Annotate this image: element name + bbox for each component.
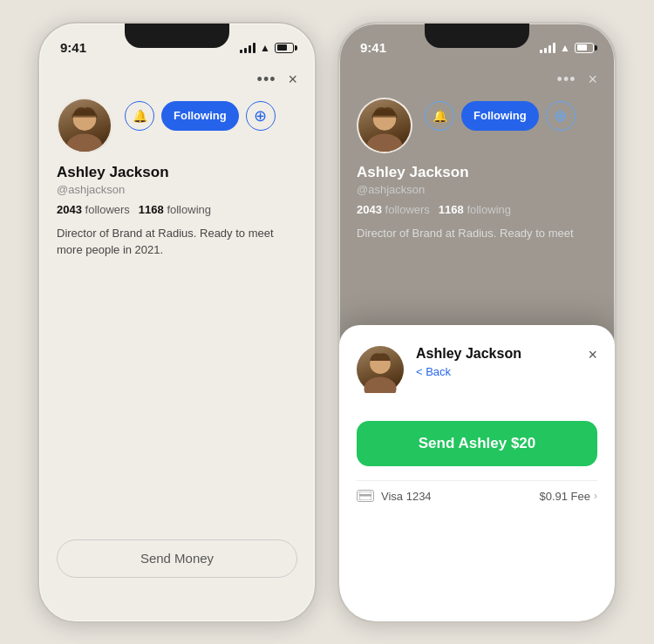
stats-row-1: 2043 followers 1168 following xyxy=(57,203,297,216)
signal-icon-2 xyxy=(540,43,555,53)
sheet-close-button[interactable]: × xyxy=(588,346,597,364)
status-icons-2: ▲ xyxy=(540,42,594,54)
profile-bio-2: Director of Brand at Radius. Ready to me… xyxy=(357,225,597,242)
phone-1: 9:41 ▲ ••• × xyxy=(37,22,317,623)
avatar-svg-1 xyxy=(58,98,111,153)
top-bar-2: ••• × xyxy=(357,71,597,89)
card-icon xyxy=(357,490,374,502)
wifi-icon-2: ▲ xyxy=(560,42,570,54)
phone-2-frame: 9:41 ▲ ••• × xyxy=(337,22,617,623)
sheet-avatar xyxy=(357,346,404,393)
status-time-2: 9:41 xyxy=(360,40,386,55)
send-money-button-1[interactable]: Send Money xyxy=(57,539,297,578)
notch-1 xyxy=(125,24,229,48)
fee-label: $0.91 Fee xyxy=(539,490,590,503)
top-bar-1: ••• × xyxy=(57,71,297,89)
avatar-1 xyxy=(57,98,112,153)
profile-handle-1: @ashjackson xyxy=(57,183,297,196)
action-buttons-2: 🔔 Following ⊕ xyxy=(425,101,576,131)
payment-sheet: Ashley Jackson < Back × Send Ashley $20 … xyxy=(339,325,615,621)
battery-icon-1 xyxy=(275,43,294,53)
more-options-icon-1[interactable]: ••• xyxy=(257,71,276,89)
notch-2 xyxy=(425,24,529,48)
following-button-2[interactable]: Following xyxy=(461,101,539,131)
avatar-action-row-2: 🔔 Following ⊕ xyxy=(357,98,597,153)
stats-row-2: 2043 followers 1168 following xyxy=(357,203,597,216)
profile-content-2: ••• × 🔔 xyxy=(339,62,615,251)
signal-icon-1 xyxy=(240,43,255,53)
bell-button-2[interactable]: 🔔 xyxy=(425,101,454,131)
profile-content-1: ••• × xyxy=(39,62,315,281)
profile-bio-1: Director of Brand at Radius. Ready to me… xyxy=(57,225,297,259)
back-button[interactable]: < Back xyxy=(416,365,588,378)
avatar-svg-2 xyxy=(358,98,411,153)
status-icons-1: ▲ xyxy=(240,42,294,54)
payment-card-info: Visa 1234 xyxy=(357,490,432,503)
action-buttons-1: 🔔 Following ⊕ xyxy=(125,101,276,131)
profile-handle-2: @ashjackson xyxy=(357,183,597,196)
sheet-name: Ashley Jackson xyxy=(416,346,588,362)
status-time-1: 9:41 xyxy=(60,40,86,55)
wifi-icon-1: ▲ xyxy=(260,42,270,54)
card-label: Visa 1234 xyxy=(381,490,432,503)
following-button-1[interactable]: Following xyxy=(161,101,239,131)
sheet-user-info: Ashley Jackson < Back xyxy=(416,346,588,378)
more-options-icon-2[interactable]: ••• xyxy=(557,71,576,89)
avatar-action-row-1: 🔔 Following ⊕ xyxy=(57,98,297,153)
close-button-1[interactable]: × xyxy=(288,71,297,87)
send-money-sheet-button[interactable]: Send Ashley $20 xyxy=(357,421,597,466)
add-button-1[interactable]: ⊕ xyxy=(246,101,276,131)
add-button-2[interactable]: ⊕ xyxy=(546,101,576,131)
svg-point-1 xyxy=(66,133,102,153)
battery-icon-2 xyxy=(575,43,594,53)
payment-info-row[interactable]: Visa 1234 $0.91 Fee › xyxy=(357,480,597,512)
sheet-header: Ashley Jackson < Back × xyxy=(357,346,597,393)
profile-name-1: Ashley Jackson xyxy=(57,164,297,181)
payment-fee-info: $0.91 Fee › xyxy=(539,490,597,503)
bell-button-1[interactable]: 🔔 xyxy=(125,101,154,131)
svg-point-4 xyxy=(366,133,402,153)
avatar-2 xyxy=(357,98,412,153)
svg-point-6 xyxy=(364,376,396,393)
phone-1-frame: 9:41 ▲ ••• × xyxy=(37,22,317,623)
close-button-2[interactable]: × xyxy=(588,71,597,87)
phone-2: 9:41 ▲ ••• × xyxy=(337,22,617,623)
profile-name-2: Ashley Jackson xyxy=(357,164,597,181)
chevron-right-icon: › xyxy=(594,490,597,502)
svg-rect-8 xyxy=(359,494,371,497)
